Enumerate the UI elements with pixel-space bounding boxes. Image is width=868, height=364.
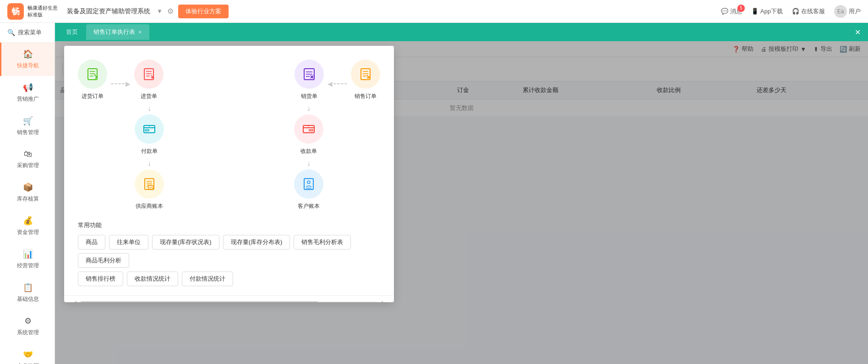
search-menu-label: 搜索菜单 <box>18 28 42 37</box>
func-btn-payment-stats[interactable]: 付款情况统计 <box>182 272 233 286</box>
tab-bar-close-button[interactable]: ✕ <box>851 26 864 38</box>
scroll-right-icon[interactable]: ▶ <box>382 299 387 302</box>
func-btn-products[interactable]: 商品 <box>78 235 105 250</box>
tab-close-icon[interactable]: ✕ <box>138 29 142 35</box>
receipt-icon: ¥ <box>294 114 323 144</box>
sidebar-item-basic-info[interactable]: 📋 基础信息 <box>0 276 55 310</box>
supplier-ledger-label: 供应商账本 <box>136 202 163 210</box>
arrow-purchase-order-to-purchase-bill: ▶ <box>107 80 134 87</box>
sidebar-item-finance[interactable]: 💰 资金管理 <box>0 209 55 243</box>
basic-info-icon: 📋 <box>23 283 33 293</box>
function-buttons-row2: 销售排行榜 收款情况统计 付款情况统计 <box>78 272 380 286</box>
purchase-order-label: 进货订单 <box>82 92 104 100</box>
flow-diagram: 进货订单 ▶ <box>78 60 380 217</box>
user-action[interactable]: Ea 用户 <box>834 5 861 18</box>
customer-ledger-label: 客户账本 <box>298 202 320 210</box>
sidebar-item-enterprise[interactable]: 🤝 企业协同 <box>0 343 55 364</box>
svg-rect-20 <box>145 130 149 131</box>
svg-rect-31 <box>148 185 153 189</box>
tab-sales-order[interactable]: 销售订单执行表 ✕ <box>86 24 149 40</box>
func-btn-stock-status[interactable]: 现存量(库存状况表) <box>152 235 219 250</box>
search-icon: 🔍 <box>7 29 15 36</box>
scrollbar-track[interactable] <box>80 301 378 302</box>
marketing-icon: 📢 <box>23 82 33 92</box>
tab-home-label: 首页 <box>66 28 78 36</box>
logo: 畅 畅康通好生意标准版 <box>7 3 62 20</box>
settings-icon[interactable]: ⚙ <box>167 7 174 16</box>
flow-node-payment[interactable]: ¥ 付款单 <box>135 114 164 155</box>
home-icon: 🏠 <box>23 49 33 59</box>
online-service-action[interactable]: 🎧 在线客服 <box>792 7 825 16</box>
service-icon: 🎧 <box>792 8 799 15</box>
sidebar-item-sales[interactable]: 🛒 销售管理 <box>0 109 55 143</box>
purchase-icon: 🛍 <box>24 149 32 159</box>
flow-node-sales-order[interactable]: 销售订单 <box>351 60 380 100</box>
download-icon: 📱 <box>751 8 759 15</box>
func-btn-sales-profit[interactable]: 销售毛利分析表 <box>294 235 351 250</box>
user-name: 用户 <box>849 7 861 16</box>
func-btn-sales-rank[interactable]: 销售排行榜 <box>78 272 123 286</box>
sales-bill-icon <box>295 60 324 89</box>
common-functions-title: 常用功能 <box>78 221 380 229</box>
flow-node-sales-bill[interactable]: 销货单 <box>295 60 324 100</box>
func-btn-product-profit[interactable]: 商品毛利分析 <box>78 253 129 268</box>
receipt-label: 收款单 <box>300 147 317 155</box>
sidebar-item-marketing[interactable]: 📢 营销推广 <box>0 76 55 109</box>
sidebar-item-label: 基础信息 <box>17 295 39 303</box>
avatar: Ea <box>834 5 847 18</box>
supplier-ledger-icon <box>135 169 164 199</box>
sidebar-item-inventory[interactable]: 📦 库存核算 <box>0 176 55 209</box>
arrow-sales-order-to-sales-bill: ◀ <box>324 80 351 87</box>
purchase-bill-icon <box>134 60 164 89</box>
flow-node-receipt[interactable]: ¥ 收款单 <box>294 114 323 155</box>
sidebar-item-label: 采购管理 <box>17 162 39 169</box>
func-btn-partner[interactable]: 往来单位 <box>109 235 148 250</box>
arrow-down-payment: ↓ <box>135 159 164 168</box>
scroll-left-icon[interactable]: ◀ <box>71 299 76 302</box>
enterprise-icon: 🤝 <box>23 349 33 359</box>
sidebar: 🔍 搜索菜单 🏠 快捷导航 📢 营销推广 🛒 销售管理 🛍 采购管理 📦 <box>0 23 55 364</box>
finance-icon: 💰 <box>23 216 33 226</box>
common-functions: 常用功能 商品 往来单位 现存量(库存状况表) 现存量(库存分布表) 销售毛利分… <box>78 221 380 286</box>
svg-rect-24 <box>309 130 313 131</box>
svg-point-35 <box>307 181 310 184</box>
system-icon: ⚙ <box>24 316 32 326</box>
system-title: 装备及固定资产辅助管理系统 <box>67 7 150 16</box>
flow-node-purchase-order[interactable]: 进货订单 <box>78 60 107 100</box>
app-download-action[interactable]: 📱 App下载 <box>751 7 783 16</box>
modal-overlay[interactable]: 进货订单 ▶ <box>55 41 868 364</box>
function-buttons: 商品 往来单位 现存量(库存状况表) 现存量(库存分布表) 销售毛利分析表 商品… <box>78 235 380 268</box>
tab-home[interactable]: 首页 <box>59 24 85 40</box>
sales-icon: 🛒 <box>23 116 33 126</box>
message-action[interactable]: 💬 消息 5 <box>721 7 742 16</box>
title-dropdown-icon[interactable]: ▼ <box>157 8 163 15</box>
sidebar-item-quick-nav[interactable]: 🏠 快捷导航 <box>0 43 55 76</box>
sidebar-item-label: 系统管理 <box>17 329 39 337</box>
trial-button[interactable]: 体验行业方案 <box>178 5 229 18</box>
online-service-label: 在线客服 <box>801 7 825 16</box>
message-badge: 5 <box>737 5 745 12</box>
quick-guide-modal: 进货订单 ▶ <box>64 46 394 302</box>
modal-scrollbar[interactable]: ◀ ▶ <box>64 295 394 302</box>
scrollbar-thumb[interactable] <box>80 301 318 302</box>
sidebar-item-operations[interactable]: 📊 经营管理 <box>0 243 55 276</box>
sidebar-item-label: 快捷导航 <box>17 62 39 70</box>
sidebar-item-purchase[interactable]: 🛍 采购管理 <box>0 143 55 176</box>
sales-order-label: 销售订单 <box>355 92 377 100</box>
arrow-down-purchase-bill: ↓ <box>135 104 164 113</box>
app-download-label: App下载 <box>760 7 783 16</box>
page-content: ❓ 帮助 🖨 按模板打印 ▼ ⬆ 导出 🔄 刷新 <box>55 41 868 364</box>
inventory-icon: 📦 <box>23 182 33 192</box>
flow-node-purchase-bill[interactable]: 进货单 <box>134 60 164 100</box>
flow-node-supplier-ledger[interactable]: 供应商账本 <box>135 169 164 210</box>
logo-icon: 畅 <box>7 3 24 20</box>
customer-ledger-icon <box>294 169 323 199</box>
flow-node-customer-ledger[interactable]: 客户账本 <box>294 169 323 210</box>
search-menu[interactable]: 🔍 搜索菜单 <box>0 23 55 43</box>
func-btn-receipt-stats[interactable]: 收款情况统计 <box>127 272 178 286</box>
avatar-text: Ea <box>837 8 844 15</box>
sidebar-item-system[interactable]: ⚙ 系统管理 <box>0 310 55 343</box>
purchase-order-icon <box>78 60 107 89</box>
func-btn-stock-dist[interactable]: 现存量(库存分布表) <box>223 235 290 250</box>
logo-text: 畅康通好生意标准版 <box>27 5 58 18</box>
